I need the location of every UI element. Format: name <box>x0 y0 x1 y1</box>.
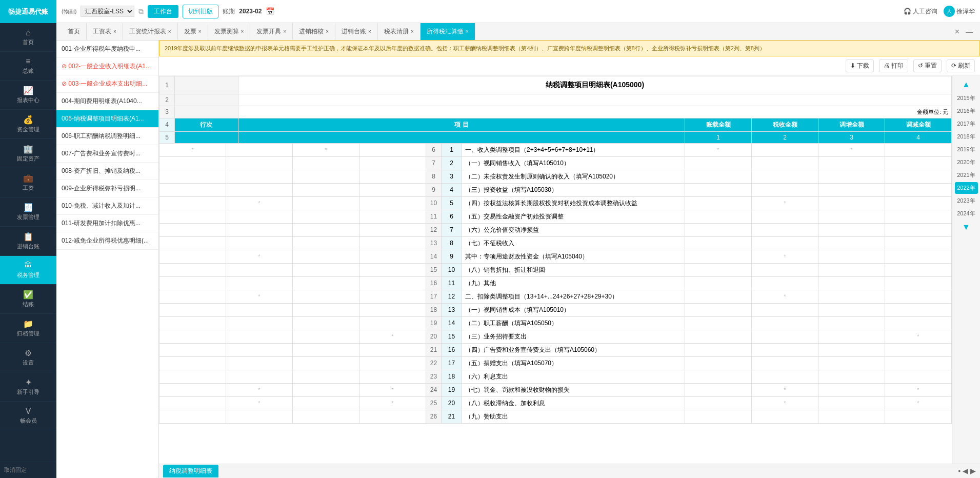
col-2-value[interactable] <box>752 236 818 250</box>
col-4-value[interactable] <box>885 316 952 330</box>
col-2-value[interactable] <box>226 223 293 236</box>
sidebar-item-fixed-assets[interactable]: 🏢 固定资产 <box>0 139 56 168</box>
col-4-value[interactable] <box>359 210 426 223</box>
col-1-value[interactable] <box>159 303 226 316</box>
col-3-value[interactable] <box>293 170 359 183</box>
col-2-value[interactable] <box>752 276 818 290</box>
close-tab-invoice-calc[interactable]: × <box>241 29 244 34</box>
col-1-value[interactable] <box>159 396 226 410</box>
col-4-value[interactable] <box>885 343 952 356</box>
col-3-value[interactable] <box>818 356 885 370</box>
col-1-value[interactable] <box>159 370 226 383</box>
col-2-value[interactable]: * <box>226 290 293 303</box>
col-1-value[interactable] <box>685 316 752 330</box>
sidebar-item-asset-mgmt[interactable]: 💰 资金管理 <box>0 110 56 139</box>
col-2-value[interactable]: * <box>226 383 293 396</box>
col-1-value[interactable] <box>159 156 226 170</box>
form-item-003[interactable]: ⊘ 003-一般企业成本支出明细... <box>56 75 158 93</box>
col-2-value[interactable] <box>226 170 293 183</box>
form-item-001[interactable]: 001-企业所得税年度纳税申... <box>56 41 158 58</box>
col-3-value[interactable] <box>818 196 885 210</box>
col-1-value[interactable] <box>159 170 226 183</box>
calendar-icon[interactable]: 📅 <box>266 7 274 15</box>
col-1-value[interactable] <box>159 290 226 303</box>
col-3-value[interactable] <box>293 396 359 410</box>
col-1-value[interactable] <box>159 223 226 236</box>
col-3-value[interactable] <box>818 383 885 396</box>
col-1-value[interactable] <box>685 183 752 196</box>
col-1-value[interactable] <box>685 370 752 383</box>
col-3-value[interactable] <box>818 370 885 383</box>
col-3-value[interactable] <box>293 316 359 330</box>
form-item-009[interactable]: 009-企业所得税弥补亏损明... <box>56 180 158 197</box>
col-2-value[interactable] <box>752 143 818 156</box>
year-button[interactable]: 2023年 <box>955 195 978 207</box>
col-4-value[interactable] <box>359 303 426 316</box>
col-1-value[interactable] <box>159 183 226 196</box>
col-3-value[interactable] <box>293 410 359 423</box>
col-3-value[interactable] <box>818 303 885 316</box>
sheet-content[interactable]: 1 纳税调整项目明细表(A105000) 2 <box>159 76 952 464</box>
col-1-value[interactable] <box>159 410 226 423</box>
col-3-value[interactable] <box>293 263 359 276</box>
col-1-value[interactable]: * <box>685 143 752 156</box>
col-3-value[interactable] <box>818 183 885 196</box>
col-3-value[interactable] <box>818 410 885 423</box>
col-4-value[interactable] <box>359 410 426 423</box>
sidebar-item-settlement[interactable]: ✅ 结账 <box>0 285 56 314</box>
close-tab-import-ledger2[interactable]: × <box>368 29 371 34</box>
sidebar-item-import-ledger[interactable]: 📋 进销台账 <box>0 227 56 256</box>
col-3-value[interactable] <box>293 356 359 370</box>
close-tab-invoice-open[interactable]: × <box>283 29 286 34</box>
user-avatar[interactable]: 人 徐泽华 <box>944 6 975 17</box>
close-tab-income-tax-calc[interactable]: × <box>466 29 469 34</box>
close-tab-import-check[interactable]: × <box>326 29 329 34</box>
sidebar-item-home[interactable]: ⌂ 首页 <box>0 23 56 52</box>
col-4-value[interactable] <box>885 356 952 370</box>
close-tab-payroll[interactable]: × <box>113 29 116 34</box>
col-1-value[interactable] <box>159 276 226 290</box>
col-4-value[interactable] <box>885 223 952 236</box>
year-up-arrow[interactable]: ▲ <box>960 78 972 91</box>
tab-home[interactable]: 首页 <box>62 23 87 40</box>
year-down-arrow[interactable]: ▼ <box>960 221 972 234</box>
col-3-value[interactable] <box>293 330 359 343</box>
col-4-value[interactable] <box>359 316 426 330</box>
col-2-value[interactable] <box>226 316 293 330</box>
col-2-value[interactable] <box>752 343 818 356</box>
bottom-sheet-tab[interactable]: 纳税调整明细表 <box>163 465 218 477</box>
col-4-value[interactable] <box>885 250 952 263</box>
col-4-value[interactable] <box>885 236 952 250</box>
col-2-value[interactable] <box>226 356 293 370</box>
year-button[interactable]: 2022年 <box>955 182 978 194</box>
year-button[interactable]: 2018年 <box>955 131 978 143</box>
workbench-button[interactable]: 工作台 <box>148 5 178 18</box>
col-1-value[interactable] <box>159 210 226 223</box>
col-2-value[interactable] <box>752 263 818 276</box>
col-1-value[interactable] <box>159 343 226 356</box>
unpin-button[interactable]: 取消固定 <box>0 462 56 478</box>
col-4-value[interactable] <box>885 183 952 196</box>
col-4-value[interactable] <box>359 356 426 370</box>
col-3-value[interactable] <box>818 330 885 343</box>
col-4-value[interactable] <box>885 276 952 290</box>
form-item-005[interactable]: 005-纳税调整项目明细表(A1... <box>56 110 158 128</box>
form-item-006[interactable]: 006-职工薪酬纳税调整明细... <box>56 128 158 145</box>
col-2-value[interactable] <box>226 330 293 343</box>
year-button[interactable]: 2021年 <box>955 169 978 181</box>
tab-import-ledger2[interactable]: 进销台账× <box>335 23 378 40</box>
col-3-value[interactable] <box>818 223 885 236</box>
col-1-value[interactable] <box>685 356 752 370</box>
col-2-value[interactable] <box>752 210 818 223</box>
col-1-value[interactable] <box>685 236 752 250</box>
col-3-value[interactable] <box>818 156 885 170</box>
col-3-value[interactable] <box>293 383 359 396</box>
col-3-value[interactable] <box>293 290 359 303</box>
year-button[interactable]: 2015年 <box>955 92 978 104</box>
col-1-value[interactable] <box>685 276 752 290</box>
close-tab-tax-clear[interactable]: × <box>411 29 414 34</box>
close-all-tabs-button[interactable]: × <box>951 27 964 36</box>
col-4-value[interactable] <box>359 250 426 263</box>
col-4-value[interactable] <box>359 183 426 196</box>
col-3-value[interactable] <box>818 236 885 250</box>
